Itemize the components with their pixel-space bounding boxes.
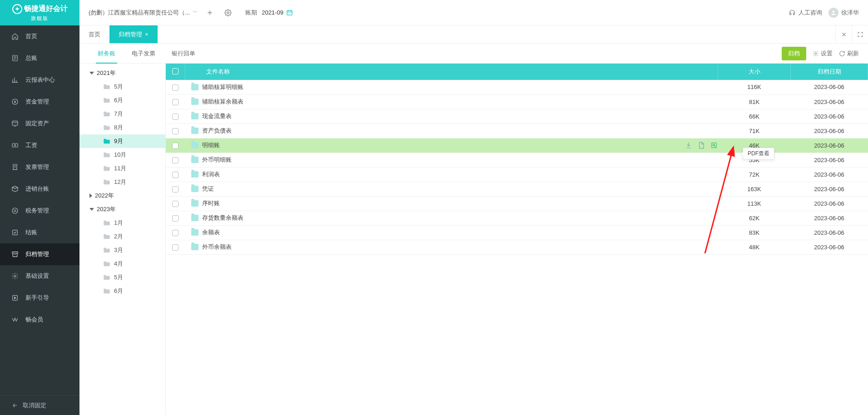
sidebar-item-13[interactable]: 畅会员 <box>0 309 79 331</box>
download-icon[interactable] <box>684 141 693 149</box>
archive-button[interactable]: 归档 <box>782 47 806 60</box>
folder-icon <box>191 215 198 221</box>
table-row[interactable]: 资产负债表71K2023-06-06 <box>166 124 868 138</box>
settings-label: 设置 <box>821 49 833 58</box>
tree-month[interactable]: 8月 <box>79 121 165 134</box>
table-row[interactable]: 利润表72K2023-06-06 <box>166 167 868 182</box>
archive-date: 2023-06-06 <box>791 80 868 94</box>
sidebar-item-1[interactable]: 总账 <box>0 47 79 69</box>
svg-point-12 <box>833 10 835 13</box>
table-row[interactable]: 外币余额表48K2023-06-06 <box>166 240 868 254</box>
file-name: 外币余额表 <box>191 243 232 251</box>
page-tab-1[interactable]: 归档管理× <box>109 25 158 43</box>
row-checkbox[interactable] <box>172 244 179 251</box>
sidebar-item-7[interactable]: 进销台账 <box>0 178 79 200</box>
company-selector[interactable]: (勿删）江西服宝精品有限责任公司（... ﹀ <box>89 9 198 17</box>
tree-month[interactable]: 10月 <box>79 148 165 162</box>
calendar-icon[interactable] <box>286 9 293 16</box>
column-size: 大小 <box>718 64 791 80</box>
close-period-icon <box>11 228 19 237</box>
file-name: 利润表 <box>191 170 220 178</box>
company-name: (勿删）江西服宝精品有限责任公司（... <box>89 9 190 17</box>
sidebar-item-3[interactable]: 资金管理 <box>0 91 79 113</box>
file-name: 明细账 <box>191 141 220 149</box>
tree-month[interactable]: 4月 <box>79 257 165 271</box>
settings-button[interactable]: 设置 <box>813 49 833 58</box>
sub-tab-2[interactable]: 银行回单 <box>164 44 203 63</box>
sidebar-item-4[interactable]: 固定资产 <box>0 113 79 134</box>
tree-month[interactable]: 5月 <box>79 80 165 94</box>
folder-icon <box>103 84 110 90</box>
sidebar-item-11[interactable]: 基础设置 <box>0 265 79 287</box>
row-checkbox[interactable] <box>172 186 179 193</box>
tree-month-label: 2月 <box>114 232 123 241</box>
sidebar-item-6[interactable]: 发票管理 <box>0 156 79 178</box>
row-checkbox[interactable] <box>172 114 179 120</box>
tree-year-1[interactable]: 2022年 <box>79 189 165 203</box>
row-checkbox[interactable] <box>172 84 179 91</box>
period-value: 2021-09 <box>262 9 283 16</box>
tree-month[interactable]: 3月 <box>79 243 165 257</box>
tree-month[interactable]: 6月 <box>79 284 165 298</box>
row-checkbox[interactable] <box>172 230 179 236</box>
refresh-button[interactable]: 刷新 <box>839 49 859 58</box>
sidebar-item-9[interactable]: 结账 <box>0 222 79 243</box>
sidebar-item-8[interactable]: 税务管理 <box>0 200 79 222</box>
fullscreen-button[interactable] <box>852 25 868 44</box>
close-all-tabs-button[interactable] <box>835 25 852 44</box>
tax-icon <box>11 207 19 215</box>
tree-year-0[interactable]: 2021年 <box>79 66 165 80</box>
tree-month-label: 6月 <box>114 287 123 295</box>
table-row[interactable]: 余额表83K2023-06-06 <box>166 225 868 240</box>
folder-icon <box>103 247 110 253</box>
pdf-view-icon[interactable] <box>710 141 718 149</box>
row-checkbox[interactable] <box>172 143 179 149</box>
tree-month[interactable]: 11月 <box>79 162 165 175</box>
sidebar-item-0[interactable]: 首页 <box>0 25 79 47</box>
company-settings-button[interactable] <box>222 6 234 19</box>
sidebar-item-12[interactable]: 新手引导 <box>0 287 79 309</box>
sub-tab-0[interactable]: 财务账 <box>89 44 124 63</box>
table-row[interactable]: 凭证163K2023-06-06 <box>166 182 868 196</box>
sub-tab-1[interactable]: 电子发票 <box>124 44 164 63</box>
sidebar-item-10[interactable]: 归档管理 <box>0 243 79 265</box>
page-tab-0[interactable]: 首页 <box>79 25 109 43</box>
consult-button[interactable]: 人工咨询 <box>789 9 822 17</box>
close-icon[interactable]: × <box>145 31 149 38</box>
table-row[interactable]: 辅助核算余额表81K2023-06-06 <box>166 94 868 109</box>
tree-year-2[interactable]: 2023年 <box>79 203 165 216</box>
folder-icon <box>103 274 110 281</box>
row-checkbox[interactable] <box>172 215 179 222</box>
select-all-checkbox[interactable] <box>172 68 179 74</box>
folder-icon <box>103 124 110 131</box>
sidebar-pin-toggle[interactable]: 取消固定 <box>0 395 79 415</box>
row-checkbox[interactable] <box>172 201 179 207</box>
user-name: 徐泽华 <box>841 9 859 17</box>
row-checkbox[interactable] <box>172 157 179 163</box>
add-button[interactable] <box>203 6 216 19</box>
row-checkbox[interactable] <box>172 172 179 178</box>
file-name-text: 外币余额表 <box>202 243 232 251</box>
tree-month[interactable]: 2月 <box>79 230 165 243</box>
tree-month[interactable]: 12月 <box>79 175 165 189</box>
tree-month[interactable]: 5月 <box>79 271 165 284</box>
table-row[interactable]: 现金流量表66K2023-06-06 <box>166 109 868 124</box>
sidebar-item-2[interactable]: 云报表中心 <box>0 69 79 91</box>
settings-icon <box>11 272 19 280</box>
row-checkbox[interactable] <box>172 128 179 134</box>
row-checkbox[interactable] <box>172 99 179 105</box>
file-name-text: 辅助核算明细账 <box>202 83 243 91</box>
folder-icon <box>191 171 198 178</box>
period-tree: 2021年5月6月7月8月9月10月11月12月2022年2023年1月2月3月… <box>79 64 166 415</box>
tree-month[interactable]: 9月 <box>79 134 165 148</box>
folder-icon <box>103 261 110 267</box>
table-row[interactable]: 辅助核算明细账116K2023-06-06 <box>166 80 868 94</box>
tree-month[interactable]: 7月 <box>79 107 165 121</box>
pdf-icon[interactable] <box>697 141 705 149</box>
sidebar-item-5[interactable]: 工资 <box>0 134 79 156</box>
table-row[interactable]: 序时账113K2023-06-06 <box>166 196 868 211</box>
tree-month[interactable]: 1月 <box>79 216 165 230</box>
tree-month[interactable]: 6月 <box>79 94 165 107</box>
user-menu[interactable]: 徐泽华 <box>828 8 859 18</box>
table-row[interactable]: 存货数量余额表62K2023-06-06 <box>166 211 868 225</box>
